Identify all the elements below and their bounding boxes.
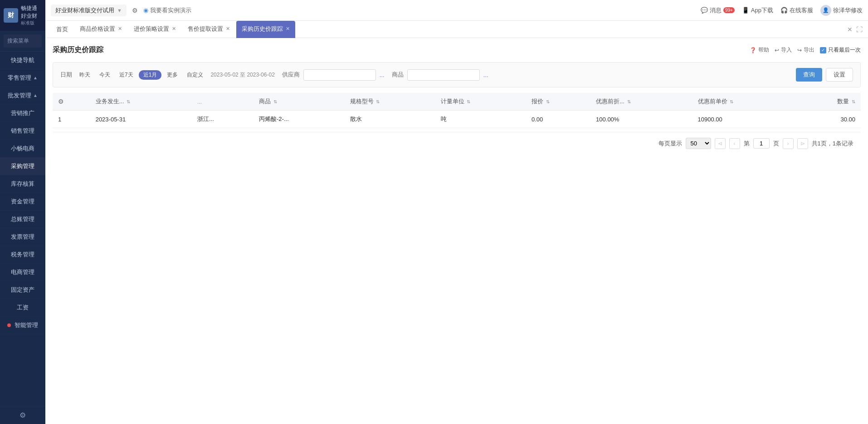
logo-text: 畅捷通好业财 标准版 [21, 5, 42, 26]
main-area: 好业财标准版交付试用 ▼ ⚙ ◉ 我要看实例演示 💬 消息 99+ 📱 App下… [45, 0, 868, 424]
page-number-input[interactable] [753, 138, 770, 149]
th-goods[interactable]: 商品 ⇅ [254, 93, 344, 111]
th-spec[interactable]: 规格型号 ⇅ [345, 93, 435, 111]
date-opt-today[interactable]: 今天 [96, 70, 114, 80]
date-opt-more[interactable]: 更多 [163, 70, 181, 80]
sidebar-item-ledger[interactable]: 总账管理 [0, 211, 45, 228]
th-price[interactable]: 报价 ⇅ [526, 93, 590, 111]
table-container: ⚙ 业务发生... ⇅ ... 商品 ⇅ [53, 93, 861, 128]
tab-purchase-history[interactable]: 采购历史价跟踪 ✕ [236, 21, 295, 38]
sidebar-item-invoice[interactable]: 发票管理 [0, 228, 45, 246]
date-opt-7days[interactable]: 近7天 [116, 70, 137, 80]
help-icon: ❓ [750, 47, 756, 53]
settings-button[interactable]: 设置 [826, 68, 853, 82]
row-discount: 100.00% [590, 111, 692, 128]
page-next-button[interactable]: › [783, 138, 794, 149]
tab-sale-extract[interactable]: 售价提取设置 ✕ [182, 21, 235, 38]
date-opt-yesterday[interactable]: 昨天 [76, 70, 94, 80]
search-menu-button[interactable]: 搜索菜单 [4, 34, 42, 48]
supplier-more-btn[interactable]: ... [380, 72, 385, 78]
table-header: ⚙ 业务发生... ⇅ ... 商品 ⇅ [53, 93, 861, 111]
sidebar-item-quick-nav[interactable]: 快捷导航 [0, 52, 45, 69]
goods-sort-icon: ⇅ [273, 99, 277, 104]
row-pre-discount-price: 10900.00 [692, 111, 796, 128]
unit-sort-icon: ⇅ [467, 99, 470, 104]
header-gear-icon[interactable]: ⚙ [132, 7, 138, 14]
page-total-info: 共1页，1条记录 [812, 140, 853, 148]
settings-icon[interactable]: ⚙ [20, 411, 26, 419]
goods-more-btn[interactable]: ... [483, 72, 488, 78]
row-quantity: 30.00 [796, 111, 861, 128]
sidebar-item-purchase[interactable]: 采购管理 [0, 158, 45, 175]
supplier-input[interactable] [303, 69, 376, 81]
page-first-button[interactable]: ⊲ [715, 138, 726, 149]
sidebar-item-tax[interactable]: 税务管理 [0, 246, 45, 264]
table-gear-icon[interactable]: ⚙ [58, 98, 64, 105]
tab-purchase-history-close-icon[interactable]: ✕ [286, 26, 290, 32]
sidebar-item-inventory[interactable]: 库存核算 [0, 175, 45, 193]
page-prev-button[interactable]: ‹ [729, 138, 740, 149]
th-pre-discount-price[interactable]: 优惠前单价 ⇅ [692, 93, 796, 111]
sidebar-item-ecom[interactable]: 电商管理 [0, 264, 45, 281]
header-right-section: 💬 消息 99+ 📱 App下载 🎧 在线客服 👤 徐泽华修改 [701, 5, 863, 16]
th-discount[interactable]: 优惠前折... ⇅ [590, 93, 692, 111]
page-unit-label: 页 [773, 140, 779, 148]
sidebar-item-wholesale[interactable]: 批发管理 ▲ [0, 87, 45, 105]
th-settings[interactable]: ⚙ [53, 93, 90, 111]
tab-purchase-strategy-close-icon[interactable]: ✕ [172, 26, 176, 32]
version-select[interactable]: 好业财标准版交付试用 ▼ [51, 5, 127, 16]
logo-icon: 财 [4, 8, 18, 23]
messages-badge: 99+ [723, 7, 735, 13]
import-icon: ↩ [775, 47, 779, 53]
th-unit[interactable]: 计量单位 ⇅ [435, 93, 526, 111]
app-download-button[interactable]: 📱 App下载 [742, 6, 773, 14]
sidebar-item-retail[interactable]: 零售管理 ▲ [0, 69, 45, 87]
export-icon: ↪ [797, 47, 802, 53]
goods-filter-group: 商品 ... [392, 69, 488, 81]
sidebar-item-marketing[interactable]: 营销推广 [0, 105, 45, 122]
goods-input[interactable] [407, 69, 480, 81]
page-header: 采购历史价跟踪 ❓ 帮助 ↩ 导入 ↪ 导出 只看最后一次 [53, 45, 861, 55]
version-chevron-icon: ▼ [117, 8, 122, 13]
tab-bar-close-icon[interactable]: ✕ [847, 26, 853, 33]
export-button[interactable]: ↪ 导出 [797, 46, 814, 54]
sidebar-logo: 财 畅捷通好业财 标准版 [0, 0, 45, 31]
last-only-checkbox[interactable] [820, 47, 826, 53]
online-service-button[interactable]: 🎧 在线客服 [780, 6, 813, 14]
row-spec: 散水 [345, 111, 435, 128]
last-only-checkbox-label[interactable]: 只看最后一次 [820, 46, 861, 54]
help-button[interactable]: ❓ 帮助 [750, 46, 769, 54]
tab-home[interactable]: 首页 [51, 21, 73, 38]
import-button[interactable]: ↩ 导入 [775, 46, 792, 54]
th-date[interactable]: 业务发生... ⇅ [90, 93, 192, 111]
top-header: 好业财标准版交付试用 ▼ ⚙ ◉ 我要看实例演示 💬 消息 99+ 📱 App下… [45, 0, 868, 21]
page-label: 第 [744, 140, 750, 148]
sidebar-item-sales[interactable]: 销售管理 [0, 122, 45, 140]
row-price: 0.00 [526, 111, 590, 128]
tab-price-close-icon[interactable]: ✕ [118, 26, 122, 32]
tab-purchase-strategy[interactable]: 进价策略设置 ✕ [128, 21, 181, 38]
sidebar-search-section: 搜索菜单 [0, 31, 45, 52]
date-opt-1month[interactable]: 近1月 [139, 70, 162, 80]
messages-button[interactable]: 💬 消息 99+ [701, 6, 735, 14]
demo-button[interactable]: ◉ 我要看实例演示 [143, 6, 191, 14]
sidebar-item-assets[interactable]: 固定资产 [0, 281, 45, 299]
sidebar-item-smart[interactable]: 智能管理 [0, 317, 45, 334]
per-page-select[interactable]: 50 20 100 [686, 138, 711, 149]
tab-bar-expand-icon[interactable]: ⛶ [856, 26, 863, 33]
date-opt-custom[interactable]: 自定义 [183, 70, 207, 80]
th-dots[interactable]: ... [192, 93, 254, 111]
sidebar-item-finance[interactable]: 资金管理 [0, 193, 45, 211]
page-last-button[interactable]: ⊳ [797, 138, 808, 149]
query-button[interactable]: 查询 [796, 68, 822, 82]
goods-filter-label: 商品 [392, 71, 404, 79]
tab-bar: 首页 商品价格设置 ✕ 进价策略设置 ✕ 售价提取设置 ✕ 采购历史价跟踪 ✕ … [45, 21, 868, 38]
th-quantity[interactable]: 数量 ⇅ [796, 93, 861, 111]
user-avatar: 👤 [820, 5, 831, 16]
date-filter-label: 日期 [60, 71, 72, 79]
sidebar-item-ecom-small[interactable]: 小畅电商 [0, 140, 45, 158]
tab-price-settings[interactable]: 商品价格设置 ✕ [74, 21, 127, 38]
user-profile-button[interactable]: 👤 徐泽华修改 [820, 5, 863, 16]
tab-sale-extract-close-icon[interactable]: ✕ [226, 26, 230, 32]
sidebar-item-salary[interactable]: 工资 [0, 299, 45, 317]
